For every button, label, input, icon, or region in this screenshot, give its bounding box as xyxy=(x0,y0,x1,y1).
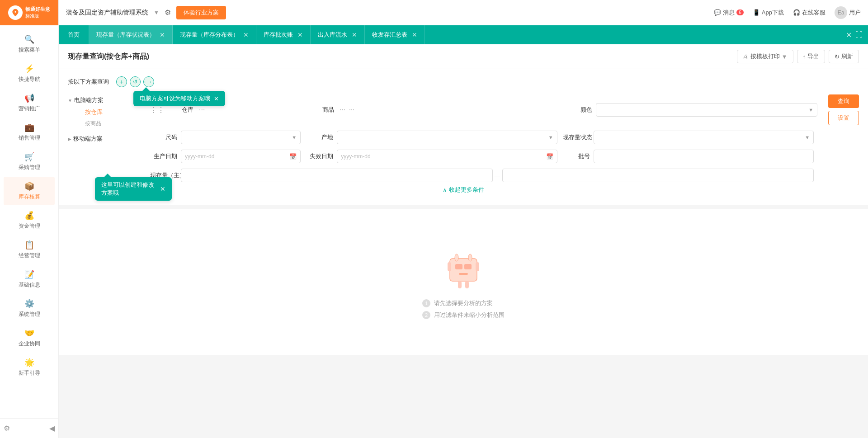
stock-qty-min-input[interactable] xyxy=(181,169,493,182)
cart-icon: 🛒 xyxy=(24,152,34,162)
template-print-btn[interactable]: 🖨 按模板打印 ▼ xyxy=(737,50,793,63)
export-btn[interactable]: ↑ 导出 xyxy=(797,50,826,63)
mobile-scheme-item[interactable]: ▶ 移动端方案 xyxy=(68,133,145,145)
message-btn[interactable]: 💬 消息 6 xyxy=(714,9,744,17)
filter-actions: + ↺ ←← xyxy=(116,76,154,87)
search-btn-group: 查询 设置 xyxy=(828,94,859,125)
stock-qty-field: 现存量（主） — xyxy=(150,169,814,182)
phone-icon: 📱 xyxy=(753,9,760,16)
message-badge: 6 xyxy=(736,9,744,15)
tab-close-receive-summary[interactable]: ✕ xyxy=(412,31,417,38)
size-dropdown-icon: ▼ xyxy=(292,135,297,140)
online-support-btn[interactable]: 🎧 在线客服 xyxy=(793,9,826,17)
collapse-up-icon: ∧ xyxy=(443,187,447,193)
tab-close-all-icon[interactable]: ✕ xyxy=(846,31,852,39)
collapse-btn[interactable]: ∧ 收起更多条件 xyxy=(443,186,484,194)
expire-date-input[interactable]: yyyy-mm-dd 📅 xyxy=(337,150,557,163)
add-scheme-btn[interactable]: + xyxy=(116,76,127,87)
scheme-item-2[interactable]: 按商品 xyxy=(77,118,145,129)
tab-close-inout-flow[interactable]: ✕ xyxy=(352,31,357,38)
megaphone-icon: 📢 xyxy=(24,93,34,103)
user-avatar-btn[interactable]: Ea 用户 xyxy=(835,6,861,19)
sidebar-item-guide[interactable]: 🌟 新手引导 xyxy=(4,353,55,381)
topbar: 装备及固定资产辅助管理系统 ▼ ⚙ 体验行业方案 💬 消息 6 📱 App下载 … xyxy=(59,0,868,25)
filter-content: ▼ 电脑端方案 按仓库 按商品 xyxy=(68,94,859,182)
sidebar-item-marketing[interactable]: 📢 营销推广 xyxy=(4,89,55,117)
sidebar-item-basic[interactable]: 📝 基础信息 xyxy=(4,265,55,293)
sidebar-item-operation[interactable]: 📋 经营管理 xyxy=(4,235,55,264)
svg-rect-3 xyxy=(459,273,468,275)
tooltip2-close[interactable]: ✕ xyxy=(160,185,165,193)
tab-batch-ledger[interactable]: 库存批次账 ✕ xyxy=(256,25,311,44)
size-field: 尺码 ▼ xyxy=(150,131,301,144)
goods-dropdown-arrow[interactable]: ⋯ xyxy=(349,107,354,113)
batch-no-input[interactable] xyxy=(594,150,814,163)
tab-close-batch-ledger[interactable]: ✕ xyxy=(297,31,303,38)
tab-inventory-status[interactable]: 现存量（库存状况表） ✕ xyxy=(89,25,173,44)
svg-rect-8 xyxy=(458,281,462,288)
tabbar: 首页 现存量（库存状况表） ✕ 现存量（库存分布表） ✕ 库存批次账 ✕ 出入库… xyxy=(59,25,868,44)
sidebar-item-search[interactable]: 🔍 搜索菜单 xyxy=(4,30,55,58)
collapse-sidebar-icon[interactable]: ◀ xyxy=(49,424,55,433)
sidebar-item-system[interactable]: ⚙️ 系统管理 xyxy=(4,294,55,323)
system-title-dropdown[interactable]: ▼ xyxy=(154,9,159,16)
page-header: 现存量查询(按仓库+商品) 🖨 按模板打印 ▼ ↑ 导出 ↻ 刷新 xyxy=(59,44,868,69)
refresh-btn[interactable]: ↻ 刷新 xyxy=(829,50,859,63)
stock-status-field: 现存量状态 ▼ xyxy=(563,131,814,144)
tab-inventory-dist[interactable]: 现存量（库存分布表） ✕ xyxy=(173,25,256,44)
produce-date-input[interactable]: yyyy-mm-dd 📅 xyxy=(181,150,301,163)
sidebar-item-enterprise[interactable]: 🤝 企业协同 xyxy=(4,324,55,352)
warehouse-dots[interactable]: ··· xyxy=(197,106,207,114)
empty-illustration xyxy=(436,245,491,290)
reset-btn[interactable]: 设置 xyxy=(828,111,859,125)
calendar-icon-1: 📅 xyxy=(289,153,297,160)
gear-icon: ⚙️ xyxy=(24,299,34,309)
collapse-row: ∧ 收起更多条件 xyxy=(68,182,859,198)
color-select[interactable]: ▼ xyxy=(596,103,817,117)
origin-select[interactable]: ▼ xyxy=(337,131,557,144)
stock-qty-max-input[interactable] xyxy=(502,169,814,182)
svg-point-7 xyxy=(468,254,472,261)
color-dropdown-icon: ▼ xyxy=(808,107,813,113)
sidebar-item-quick[interactable]: ⚡ 快捷导航 xyxy=(4,59,55,88)
main-content: 现存量查询(按仓库+商品) 🖨 按模板打印 ▼ ↑ 导出 ↻ 刷新 按以下方案查… xyxy=(59,44,868,438)
search-btn[interactable]: 查询 xyxy=(828,94,859,108)
filter-area: 按以下方案查询 + ↺ ←← 电脑方案可设为移动方案哦 ✕ ▼ 电脑端方案 xyxy=(59,69,868,205)
batch-no-field: 批号 xyxy=(563,150,814,163)
filter-row-2: 尺码 ▼ 产地 ▼ xyxy=(150,131,859,144)
settings-icon[interactable]: ⚙ xyxy=(4,424,10,433)
refresh-scheme-btn[interactable]: ↺ xyxy=(130,76,141,87)
tab-expand-icon[interactable]: ⛶ xyxy=(855,31,863,39)
sidebar-logo: 畅通好生意 标准版 xyxy=(0,0,58,25)
app-download-btn[interactable]: 📱 App下载 xyxy=(753,9,784,17)
sidebar-item-purchase[interactable]: 🛒 采购管理 xyxy=(4,147,55,176)
calendar-icon-2: 📅 xyxy=(546,153,553,160)
empty-state: 1 请先选择要分析的方案 2 用过滤条件来缩小分析范围 xyxy=(59,209,868,355)
color-field: 颜色 ▼ xyxy=(565,103,817,117)
industry-btn[interactable]: 体验行业方案 xyxy=(176,6,226,19)
sidebar-item-finance[interactable]: 💰 资金管理 xyxy=(4,206,55,235)
handshake-icon: 🤝 xyxy=(24,328,34,338)
tab-home[interactable]: 首页 xyxy=(59,25,89,44)
goods-dots[interactable]: ··· xyxy=(338,106,347,114)
sidebar-item-sales[interactable]: 💼 销售管理 xyxy=(4,118,55,146)
stock-status-select[interactable]: ▼ xyxy=(594,131,814,144)
tooltip1-close[interactable]: ✕ xyxy=(214,95,219,102)
tab-receive-summary[interactable]: 收发存汇总表 ✕ xyxy=(365,25,425,44)
back-scheme-btn[interactable]: ←← xyxy=(143,76,154,87)
stock-status-dropdown-icon: ▼ xyxy=(805,135,810,140)
search-icon: 🔍 xyxy=(24,34,34,44)
sidebar-item-inventory[interactable]: 📦 库存核算 xyxy=(4,177,55,205)
origin-field: 产地 ▼ xyxy=(306,131,557,144)
box-icon: 📦 xyxy=(24,181,34,191)
tab-inout-flow[interactable]: 出入库流水 ✕ xyxy=(311,25,365,44)
tab-close-inventory-status[interactable]: ✕ xyxy=(160,31,165,38)
topbar-gear-icon[interactable]: ⚙ xyxy=(165,8,171,17)
size-select[interactable]: ▼ xyxy=(181,131,301,144)
money-icon: 💰 xyxy=(24,211,34,221)
warehouse-field: ⋮⋮ 仓库 ··· xyxy=(150,106,302,114)
scheme-by-warehouse[interactable]: 按仓库 xyxy=(77,106,145,118)
briefcase-icon: 💼 xyxy=(24,122,34,132)
tab-close-inventory-dist[interactable]: ✕ xyxy=(243,31,249,38)
empty-tip-2: 2 用过滤条件来缩小分析范围 xyxy=(422,311,505,319)
